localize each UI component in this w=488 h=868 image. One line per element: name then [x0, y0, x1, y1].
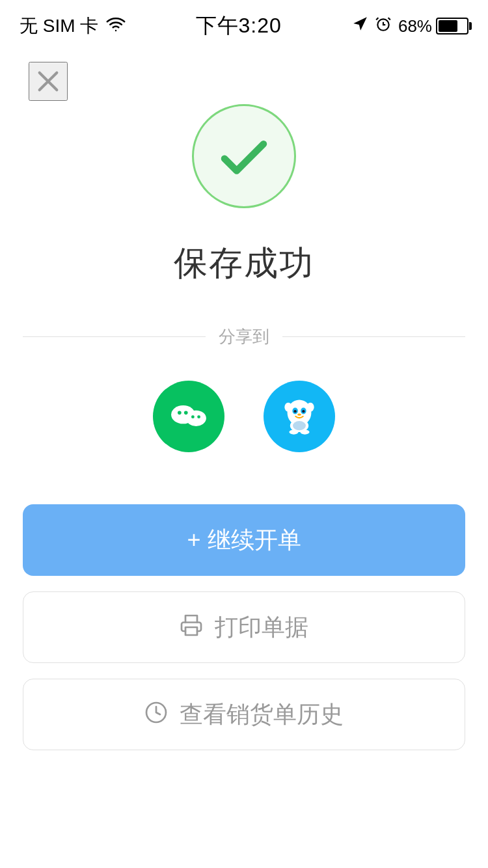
svg-line-4	[388, 18, 390, 20]
share-qq-button[interactable]	[264, 381, 335, 452]
wechat-icon	[167, 394, 211, 439]
main-content: 保存成功 分享到	[0, 52, 488, 750]
share-icons-container	[153, 381, 335, 452]
status-bar-right: 68%	[351, 16, 468, 37]
continue-button[interactable]: + 继续开单	[23, 504, 465, 576]
success-icon-circle	[192, 104, 296, 208]
svg-point-21	[294, 410, 297, 413]
battery-icon	[436, 18, 468, 34]
alarm-icon	[375, 16, 392, 37]
checkmark-icon	[215, 127, 273, 185]
svg-line-3	[376, 18, 378, 20]
svg-point-9	[178, 411, 182, 415]
history-button[interactable]: 查看销货单历史	[23, 679, 465, 750]
svg-point-18	[300, 430, 309, 435]
share-wechat-button[interactable]	[153, 381, 224, 452]
carrier-label: 无 SIM 卡	[20, 14, 98, 38]
action-buttons: + 继续开单 打印单据 查看销货单历史	[23, 504, 465, 750]
svg-point-16	[306, 403, 314, 412]
share-divider: 分享到	[23, 325, 465, 348]
print-button[interactable]: 打印单据	[23, 591, 465, 663]
history-button-label: 查看销货单历史	[180, 699, 344, 731]
svg-marker-1	[353, 17, 367, 31]
svg-point-23	[297, 413, 301, 415]
battery-label: 68%	[398, 16, 432, 36]
history-icon	[144, 701, 168, 728]
wifi-icon	[106, 14, 126, 38]
svg-point-0	[115, 29, 117, 31]
svg-point-8	[186, 411, 206, 426]
status-bar: 无 SIM 卡 下午3:20	[0, 0, 488, 52]
svg-point-24	[293, 421, 306, 430]
continue-button-label: + 继续开单	[187, 524, 301, 556]
divider-line-left	[23, 336, 206, 337]
svg-point-15	[284, 403, 291, 412]
svg-point-17	[289, 430, 298, 435]
battery-indicator: 68%	[398, 16, 468, 36]
close-button[interactable]	[29, 62, 68, 101]
svg-rect-25	[185, 627, 197, 635]
print-button-label: 打印单据	[215, 612, 308, 644]
svg-point-10	[184, 411, 188, 415]
svg-point-22	[302, 410, 305, 413]
share-label: 分享到	[219, 325, 269, 348]
svg-point-11	[191, 415, 195, 418]
success-title: 保存成功	[174, 241, 314, 286]
location-icon	[351, 16, 368, 37]
svg-point-12	[197, 415, 200, 418]
status-bar-time: 下午3:20	[196, 12, 282, 40]
qq-icon	[277, 394, 321, 439]
divider-line-right	[282, 336, 465, 337]
status-bar-left: 无 SIM 卡	[20, 14, 126, 38]
printer-icon	[180, 614, 203, 641]
